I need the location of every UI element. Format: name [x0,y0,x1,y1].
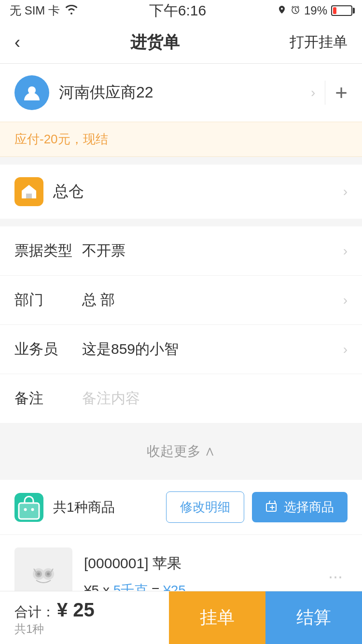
remark-input[interactable]: 备注内容 [72,389,348,408]
back-button[interactable]: ‹ [14,32,20,53]
total-count: 共1种 [14,621,154,637]
supplier-section: 河南供应商22 › + 应付-20元，现结 [0,64,362,157]
cart-icon [265,501,279,514]
location-icon [277,4,287,17]
battery-percent: 19% [304,4,327,17]
wifi-icon [65,4,78,17]
svg-rect-2 [26,194,32,198]
salesman-chevron: › [343,342,348,357]
sim-label: 无 SIM 卡 [10,3,60,18]
supplier-chevron: › [311,85,315,100]
add-supplier-button[interactable]: + [335,82,348,103]
supplier-avatar [14,75,49,110]
product-more-button[interactable]: ··· [323,561,348,591]
status-time: 下午6:16 [149,1,206,21]
svg-point-4 [24,508,27,511]
status-left: 无 SIM 卡 [10,3,78,18]
svg-rect-3 [19,503,39,519]
warehouse-chevron: › [343,184,348,199]
warehouse-name: 总仓 [53,181,343,202]
product-thumb-owl [24,562,63,591]
remark-row[interactable]: 备注 备注内容 [0,374,362,423]
total-label: 合计： [14,603,55,621]
battery-icon [331,5,352,16]
status-bar: 无 SIM 卡 下午6:16 19% [0,0,362,21]
invoice-chevron: › [343,243,348,259]
total-amount: ¥ 25 [57,599,95,621]
invoice-label: 票据类型 [14,241,72,261]
invoice-row[interactable]: 票据类型 不开票 › [0,226,362,276]
invoice-value: 不开票 [72,241,343,261]
warehouse-row[interactable]: 总仓 › [0,165,362,219]
page-title: 进货单 [130,31,180,54]
svg-point-12 [47,573,50,575]
dept-label: 部门 [14,290,72,310]
warehouse-section[interactable]: 总仓 › [0,165,362,219]
product-icon [14,493,43,522]
select-product-button[interactable]: 选择商品 [252,492,348,522]
supplier-divider [325,81,325,105]
modify-detail-button[interactable]: 修改明细 [166,491,244,523]
select-product-label: 选择商品 [284,499,334,516]
product-name: 苹果 [153,555,181,571]
svg-point-5 [31,508,34,511]
supplier-alert: 应付-20元，现结 [0,122,362,157]
remark-label: 备注 [14,389,72,408]
total-area: 合计： ¥ 25 共1种 [0,591,169,644]
salesman-row[interactable]: 业务员 这是859的小智 › [0,325,362,374]
product-code: [0000001] [84,555,148,571]
salesman-label: 业务员 [14,339,72,359]
form-section: 票据类型 不开票 › 部门 总 部 › 业务员 这是859的小智 › 备注 备注… [0,226,362,423]
status-right: 19% [277,4,352,17]
warehouse-icon [14,177,43,206]
salesman-value: 这是859的小智 [72,339,343,359]
product-count: 共1种商品 [53,498,166,517]
supplier-row[interactable]: 河南供应商22 › + [0,64,362,122]
product-header: 共1种商品 修改明细 选择商品 [0,480,362,535]
product-title: [0000001] 苹果 [84,554,323,574]
nav-bar: ‹ 进货单 打开挂单 [0,21,362,64]
svg-point-11 [37,573,40,575]
collapse-label: 收起更多 ∧ [147,442,216,461]
alarm-icon [291,4,300,17]
collapse-row[interactable]: 收起更多 ∧ [0,431,362,472]
checkout-button[interactable]: 结算 [265,591,362,644]
open-pending-button[interactable]: 打开挂单 [290,32,348,52]
bottom-bar: 合计： ¥ 25 共1种 挂单 结算 [0,591,362,644]
supplier-name: 河南供应商22 [59,82,311,103]
dept-row[interactable]: 部门 总 部 › [0,276,362,325]
dept-chevron: › [343,293,348,308]
dept-value: 总 部 [72,290,343,310]
pending-button[interactable]: 挂单 [169,591,265,644]
